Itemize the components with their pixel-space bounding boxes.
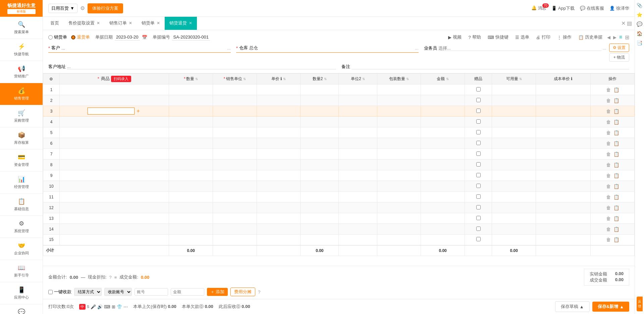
- rs-icon-2[interactable]: ⭐: [637, 12, 642, 17]
- row-amount-14[interactable]: [421, 224, 465, 235]
- row-unit-9[interactable]: [213, 170, 257, 181]
- row-amount-15[interactable]: [421, 235, 465, 245]
- gift-checkbox-5[interactable]: [476, 130, 481, 134]
- shirt-icon[interactable]: 👕: [117, 304, 122, 309]
- tab-1[interactable]: 售价提取设置✕: [64, 17, 105, 30]
- save-draft-btn[interactable]: 保存草稿 ▲: [555, 301, 590, 312]
- radio-sales[interactable]: 销货单: [48, 34, 67, 40]
- copy-icon-6[interactable]: 📋: [613, 141, 619, 146]
- row-avail-3[interactable]: [492, 106, 536, 117]
- unit2-sort-icon[interactable]: ⇅: [362, 77, 365, 81]
- row-qty-8[interactable]: [169, 160, 213, 170]
- row-unit-10[interactable]: [213, 181, 257, 192]
- row-price-10[interactable]: [257, 181, 301, 192]
- row-amount-1[interactable]: [421, 84, 465, 95]
- row-avail-14[interactable]: [492, 224, 536, 235]
- gift-checkbox-12[interactable]: [476, 205, 481, 209]
- delete-icon-4[interactable]: 🗑: [606, 119, 611, 125]
- row-cost-12[interactable]: [536, 202, 591, 213]
- sidebar-item-1[interactable]: ⚡ 快捷导航: [0, 39, 43, 61]
- delete-icon-3[interactable]: 🗑: [606, 109, 611, 114]
- row-amount-9[interactable]: [421, 170, 465, 181]
- row-qty2-5[interactable]: [301, 127, 339, 138]
- copy-icon-4[interactable]: 📋: [613, 119, 619, 125]
- row-pack-12[interactable]: [377, 202, 421, 213]
- pack-sort-icon[interactable]: ⇅: [406, 77, 409, 81]
- row-pack-7[interactable]: [377, 149, 421, 160]
- date-value[interactable]: 2023-03-20: [115, 34, 140, 41]
- select-btn[interactable]: ☰选单: [513, 34, 531, 41]
- row-unit-14[interactable]: [213, 224, 257, 235]
- row-avail-2[interactable]: [492, 95, 536, 106]
- row-unit-5[interactable]: [213, 127, 257, 138]
- sidebar-item-10[interactable]: 🤝 企业协同: [0, 238, 43, 260]
- copy-icon-10[interactable]: 📋: [613, 184, 619, 189]
- gift-checkbox-13[interactable]: [476, 216, 481, 220]
- row-qty-6[interactable]: [169, 138, 213, 149]
- row-avail-9[interactable]: [492, 170, 536, 181]
- one-key-checkbox-input[interactable]: [48, 290, 53, 294]
- row-qty-7[interactable]: [169, 149, 213, 160]
- copy-icon-15[interactable]: 📋: [613, 237, 619, 242]
- shortcut-btn[interactable]: ⌨快捷键: [486, 34, 511, 41]
- rs-icon-5[interactable]: 📑: [637, 40, 642, 46]
- row-qty2-4[interactable]: [301, 117, 339, 127]
- doc-number-value[interactable]: SA-20230320-001: [172, 34, 210, 41]
- qty2-sort-icon[interactable]: ⇅: [324, 77, 327, 81]
- qty-sort-icon[interactable]: ⇅: [195, 77, 198, 81]
- row-unit-8[interactable]: [213, 160, 257, 170]
- row-qty2-10[interactable]: [301, 181, 339, 192]
- row-unit2-15[interactable]: [339, 235, 377, 245]
- row-avail-5[interactable]: [492, 127, 536, 138]
- next-record-icon[interactable]: ▶: [613, 35, 616, 40]
- row-avail-7[interactable]: [492, 149, 536, 160]
- th-settings[interactable]: ⚙: [43, 74, 60, 84]
- row-qty2-9[interactable]: [301, 170, 339, 181]
- row-avail-10[interactable]: [492, 181, 536, 192]
- row-qty2-6[interactable]: [301, 138, 339, 149]
- one-key-checkbox[interactable]: 一键收款: [48, 289, 71, 295]
- row-qty2-1[interactable]: [301, 84, 339, 95]
- row-pack-13[interactable]: [377, 213, 421, 224]
- sidebar-item-0[interactable]: 🔍 搜索菜单: [0, 17, 43, 39]
- delete-icon-6[interactable]: 🗑: [606, 141, 611, 146]
- row-price-4[interactable]: [257, 117, 301, 127]
- tab-close-4[interactable]: ✕: [189, 21, 192, 25]
- remark-input[interactable]: [352, 64, 629, 69]
- row-cost-13[interactable]: [536, 213, 591, 224]
- row-goods-2[interactable]: [59, 95, 169, 106]
- row-goods-11[interactable]: [59, 192, 169, 202]
- row-unit2-6[interactable]: [339, 138, 377, 149]
- delete-icon-7[interactable]: 🗑: [606, 151, 611, 157]
- video-btn[interactable]: ▶视频: [446, 34, 464, 41]
- gift-checkbox-10[interactable]: [476, 184, 481, 188]
- row-unit2-8[interactable]: [339, 160, 377, 170]
- delete-icon-1[interactable]: 🗑: [606, 87, 611, 92]
- user-info[interactable]: 👤 徐泽华: [609, 5, 629, 11]
- copy-icon-13[interactable]: 📋: [613, 216, 619, 221]
- delete-icon-14[interactable]: 🗑: [606, 227, 611, 232]
- tab-close-3[interactable]: ✕: [157, 21, 160, 25]
- row-goods-10[interactable]: [59, 181, 169, 192]
- row-goods-1[interactable]: [59, 84, 169, 95]
- row-price-7[interactable]: [257, 149, 301, 160]
- gift-checkbox-7[interactable]: [476, 151, 481, 156]
- row-qty-1[interactable]: [169, 84, 213, 95]
- fee-split-btn[interactable]: 费用分摊: [230, 288, 255, 296]
- row-pack-2[interactable]: [377, 95, 421, 106]
- copy-icon-11[interactable]: 📋: [613, 194, 619, 200]
- row-qty-10[interactable]: [169, 181, 213, 192]
- row-unit-4[interactable]: [213, 117, 257, 127]
- row-goods-3[interactable]: ＋: [59, 106, 169, 117]
- row-avail-11[interactable]: [492, 192, 536, 202]
- goods-input-3[interactable]: [88, 108, 135, 115]
- radio-return-input[interactable]: [71, 35, 75, 40]
- row-avail-1[interactable]: [492, 84, 536, 95]
- row-cost-4[interactable]: [536, 117, 591, 127]
- row-cost-1[interactable]: [536, 84, 591, 95]
- tab-close-2[interactable]: ✕: [129, 21, 132, 25]
- sidebar-item-11[interactable]: 📖 新手引导: [0, 260, 43, 282]
- row-unit-11[interactable]: [213, 192, 257, 202]
- tab-2[interactable]: 销售订单✕: [105, 17, 137, 30]
- list-view-icon[interactable]: ≡: [619, 34, 622, 40]
